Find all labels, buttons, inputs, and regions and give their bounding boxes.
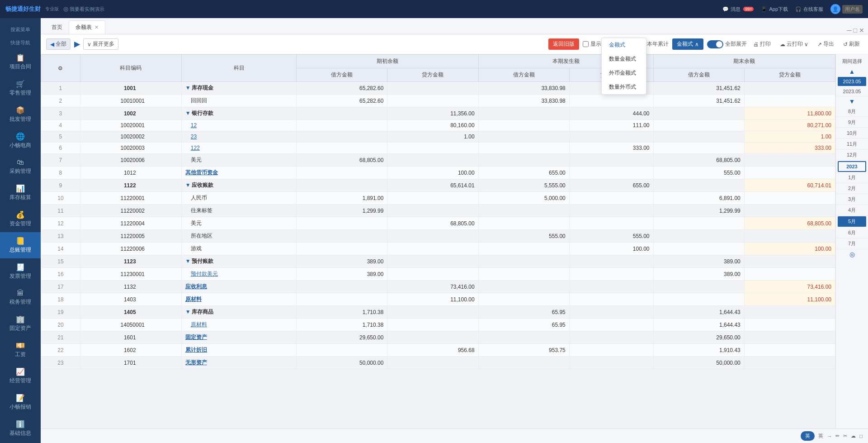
sidebar-item-salary[interactable]: 💴工资 xyxy=(0,337,41,363)
message-btn[interactable]: 💬消息99+ xyxy=(722,6,754,13)
print-btn[interactable]: 🖨打印 xyxy=(750,39,774,49)
td-end-debit: 1,299.99 xyxy=(653,205,744,217)
sidebar-item-ecommerce[interactable]: 🌐小畅电商 xyxy=(0,128,41,154)
sidebar-item-invoice[interactable]: 🧾发票管理 xyxy=(0,258,41,285)
lang-btn[interactable]: 英 xyxy=(801,431,815,441)
sidebar-quick-nav[interactable]: 快捷导航 xyxy=(8,37,33,49)
sidebar-item-basic[interactable]: ℹ️基础信息 xyxy=(0,415,41,442)
sidebar-item-wholesale[interactable]: 📦批发管理 xyxy=(0,101,41,128)
td-name[interactable]: 无形资产 xyxy=(181,357,296,369)
user-avatar[interactable]: 👤 用户名 xyxy=(830,4,863,14)
period-item-5[interactable]: 5月 xyxy=(838,216,866,227)
sidebar-search[interactable]: 搜索菜单 xyxy=(7,23,34,37)
sidebar-item-purchase[interactable]: 🛍采购管理 xyxy=(0,154,41,180)
period-item-4[interactable]: 4月 xyxy=(836,205,868,216)
dropdown-item-qty-fx[interactable]: 数量外币式 xyxy=(602,80,646,94)
demo-link[interactable]: ◎ 我要看实例演示 xyxy=(63,5,104,13)
td-cur-debit xyxy=(478,205,569,217)
bottom-icon-3[interactable]: ✏ xyxy=(835,433,840,439)
window-maximize-btn[interactable]: □ xyxy=(854,27,857,34)
td-open-debit xyxy=(297,143,387,154)
dropdown-item-amount[interactable]: 金额式 xyxy=(602,38,646,52)
td-cur-credit: 100.00 xyxy=(569,243,653,255)
td-name[interactable]: 23 xyxy=(181,131,296,143)
td-name[interactable]: 其他货币资金 xyxy=(181,167,296,179)
period-item-10[interactable]: 10月 xyxy=(836,128,868,139)
nav-all-btn[interactable]: ◀ 全部 xyxy=(46,38,71,50)
th-name: 科目 xyxy=(181,55,296,82)
toggle-switch[interactable] xyxy=(707,40,723,48)
bottom-icon-2[interactable]: → xyxy=(827,433,832,439)
sidebar-item-expense[interactable]: 📝小畅报销 xyxy=(0,389,41,415)
sidebar-item-tax[interactable]: 🏛税务管理 xyxy=(0,285,41,310)
bottom-icon-5[interactable]: ☁ xyxy=(851,433,856,439)
td-open-debit: 1,710.38 xyxy=(297,319,387,331)
window-close-btn[interactable]: ✕ xyxy=(859,27,864,34)
expand-more-btn[interactable]: ∨ 展开更多 xyxy=(83,38,118,50)
td-name[interactable]: 累计折旧 xyxy=(181,344,296,357)
td-name[interactable]: 12 xyxy=(181,120,296,131)
dropdown-item-qty-amount[interactable]: 数量金额式 xyxy=(602,52,646,66)
sidebar-item-project[interactable]: 📋项目合同 xyxy=(0,49,41,75)
sidebar-item-ledger[interactable]: 📒总账管理 xyxy=(0,232,41,258)
window-minimize-btn[interactable]: ─ xyxy=(847,27,852,34)
period-nav-bottom[interactable]: ◎ xyxy=(836,249,868,259)
period-item-11[interactable]: 11月 xyxy=(836,139,868,150)
bottom-icon-6[interactable]: □ xyxy=(859,433,863,439)
export-btn[interactable]: ↗导出 xyxy=(815,39,837,49)
bottom-icon-1[interactable]: 英 xyxy=(818,433,823,439)
td-name[interactable]: 122 xyxy=(181,143,296,154)
mode-dropdown-btn[interactable]: 金额式 ∧ xyxy=(672,38,703,50)
td-name[interactable]: 原材料 xyxy=(181,319,296,331)
sidebar-item-retail[interactable]: 🛒零售管理 xyxy=(0,75,41,101)
td-cur-credit xyxy=(569,205,653,217)
th-end-debit: 借方金额 xyxy=(653,68,744,82)
sidebar-item-inventory[interactable]: 📊库存核算 xyxy=(0,180,41,206)
tab-balance[interactable]: 余额表 ✕ xyxy=(69,20,105,34)
period-item-year-2023[interactable]: 2023 xyxy=(838,161,866,172)
period-item-8[interactable]: 8月 xyxy=(836,106,868,117)
cloud-print-btn[interactable]: ☁云打印∨ xyxy=(777,39,811,49)
period-item-2[interactable]: 2月 xyxy=(836,183,868,194)
td-name[interactable]: 预付款美元 xyxy=(181,268,296,281)
td-open-debit: 1,299.99 xyxy=(297,205,387,217)
period-item-9[interactable]: 9月 xyxy=(836,117,868,128)
period-item-2023-end[interactable]: 2023.05 xyxy=(836,87,868,96)
th-settings[interactable]: ⚙ xyxy=(41,55,80,82)
sidebar-item-management[interactable]: 📈经营管理 xyxy=(0,363,41,389)
td-row-index: 8 xyxy=(41,167,80,179)
period-item-1[interactable]: 1月 xyxy=(836,172,868,183)
refresh-btn[interactable]: ↺刷新 xyxy=(840,39,863,49)
online-service-btn[interactable]: 🎧在线客服 xyxy=(795,6,823,13)
td-end-credit xyxy=(744,344,835,357)
period-nav-up[interactable]: ▲ xyxy=(836,67,868,76)
sidebar-item-finance[interactable]: 💰资金管理 xyxy=(0,206,41,232)
period-item-2023-05[interactable]: 2023.05 xyxy=(838,77,866,86)
period-item-6[interactable]: 6月 xyxy=(836,228,868,238)
top-bar-right: 💬消息99+ 📱App下载 🎧在线客服 👤 用户名 xyxy=(722,4,863,14)
td-name: ▼预付账款 xyxy=(181,255,296,268)
td-open-debit xyxy=(297,281,387,293)
return-old-btn[interactable]: 返回旧版 xyxy=(548,38,579,50)
tab-home[interactable]: 首页 xyxy=(45,20,69,34)
td-open-credit: 73,416.00 xyxy=(387,281,478,293)
main-layout: 搜索菜单 快捷导航 📋项目合同 🛒零售管理 📦批发管理 🌐小畅电商 🛍采购管理 … xyxy=(0,18,868,443)
period-item-3[interactable]: 3月 xyxy=(836,194,868,205)
td-cur-debit xyxy=(478,268,569,281)
period-item-12[interactable]: 12月 xyxy=(836,150,868,161)
td-cur-debit: 33,830.98 xyxy=(478,95,569,107)
td-name[interactable]: 应收利息 xyxy=(181,281,296,293)
app-download-btn[interactable]: 📱App下载 xyxy=(761,6,788,13)
tab-close-btn[interactable]: ✕ xyxy=(94,24,99,30)
td-code: 14050001 xyxy=(80,319,181,331)
bottom-icon-4[interactable]: ✂ xyxy=(843,433,847,439)
period-nav-down-blue[interactable]: ▼ xyxy=(836,96,868,106)
auxiliary-check-input[interactable] xyxy=(583,41,589,47)
td-cur-credit xyxy=(569,293,653,306)
period-item-7[interactable]: 7月 xyxy=(836,238,868,249)
td-name[interactable]: 固定资产 xyxy=(181,331,296,344)
td-name[interactable]: 原材料 xyxy=(181,293,296,306)
td-code: 1701 xyxy=(80,357,181,369)
dropdown-item-fx-amount[interactable]: 外币金额式 xyxy=(602,66,646,80)
sidebar-item-fixed-assets[interactable]: 🏢固定资产 xyxy=(0,310,41,337)
